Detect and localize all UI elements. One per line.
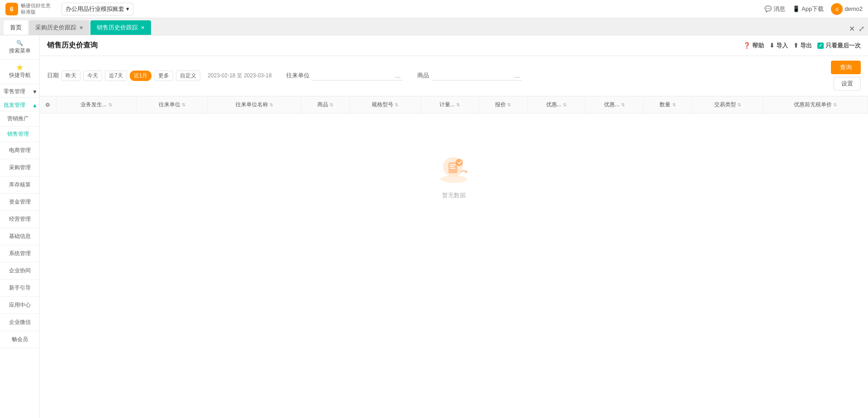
filter-bar: 日期 昨天 今天 近7天 近1月 更多 自定义 2023-02-18 至 202… <box>40 56 868 96</box>
username-label: demo2 <box>844 5 863 12</box>
sidebar-item-ecommerce[interactable]: 电商管理 <box>0 142 39 159</box>
date-filter-group: 日期 昨天 今天 近7天 近1月 更多 自定义 <box>47 71 200 81</box>
partner-input[interactable] <box>312 71 403 81</box>
app-download-btn[interactable]: 📱 App下载 <box>793 5 824 13</box>
product-input-wrap: ... <box>432 71 522 81</box>
checkbox-label: 只看最后一次 <box>826 42 861 50</box>
page-title-actions: ❓ 帮助 ⬇ 导入 ⬆ 导出 ✓ 只看最后一次 <box>743 42 861 50</box>
sidebar-item-app-center[interactable]: 应用中心 <box>0 297 39 314</box>
tab-expand-btn[interactable]: ⤢ <box>859 24 864 33</box>
sidebar-shortcut-label: 快捷导航 <box>9 71 31 79</box>
export-label: 导出 <box>800 42 812 50</box>
sidebar-item-wholesale[interactable]: 批发管理 ▲ <box>0 98 39 111</box>
product-input-dots[interactable]: ... <box>514 71 520 80</box>
sidebar-item-shortcut[interactable]: ⭐ 快捷导航 <box>0 60 39 84</box>
col-date[interactable]: 业务发生... ⇅ <box>56 96 137 114</box>
sidebar-item-retail[interactable]: 零售管理 ▼ <box>0 84 39 98</box>
col-price[interactable]: 报价 ⇅ <box>479 96 528 114</box>
date-1month-btn[interactable]: 近1月 <box>130 71 152 81</box>
sidebar-item-inventory[interactable]: 库存核算 <box>0 176 39 194</box>
col-partner-code[interactable]: 往来单位 ⇅ <box>137 96 208 114</box>
sort-icon-product: ⇅ <box>330 102 333 107</box>
sort-icon-unit: ⇅ <box>456 102 460 107</box>
date-custom-btn[interactable]: 自定义 <box>176 71 200 81</box>
shortcut-icon: ⭐ <box>16 64 23 71</box>
sidebar-marketing-label: 营销推广 <box>7 115 29 122</box>
partner-label: 往来单位 <box>286 71 310 80</box>
col-trade-type[interactable]: 交易类型 ⇅ <box>692 96 763 114</box>
sidebar-item-marketing[interactable]: 营销推广 <box>0 111 39 127</box>
col-spec-label: 规格型号 <box>372 101 393 108</box>
col-spec[interactable]: 规格型号 ⇅ <box>349 96 420 114</box>
sidebar-item-member[interactable]: 畅会员 <box>0 331 39 348</box>
sidebar-system-label: 系统管理 <box>9 250 31 257</box>
date-7days-btn[interactable]: 近7天 <box>105 71 127 81</box>
col-product[interactable]: 商品 ⇅ <box>301 96 349 114</box>
col-discount2-label: 优惠... <box>604 101 619 108</box>
col-qty-label: 数量 <box>660 101 670 108</box>
import-icon: ⬇ <box>769 42 774 49</box>
message-btn[interactable]: 💬 消息 <box>764 5 785 13</box>
col-discount2[interactable]: 优惠... ⇅ <box>585 96 643 114</box>
sidebar-item-system[interactable]: 系统管理 <box>0 245 39 262</box>
sidebar-item-newbie[interactable]: 新手引导 <box>0 280 39 297</box>
product-input[interactable] <box>432 71 522 81</box>
sidebar-retail-label: 零售管理 <box>4 88 25 95</box>
user-menu[interactable]: d demo2 <box>831 3 863 15</box>
date-yesterday-btn[interactable]: 昨天 <box>61 71 80 81</box>
col-unit[interactable]: 计量... ⇅ <box>420 96 478 114</box>
product-label: 商品 <box>417 71 429 80</box>
svg-rect-4 <box>450 166 454 167</box>
col-date-label: 业务发生... <box>80 101 107 108</box>
partner-input-dots[interactable]: ... <box>395 71 401 80</box>
sidebar-item-wechat[interactable]: 企业微信 <box>0 314 39 331</box>
query-button[interactable]: 查询 <box>831 61 861 74</box>
col-qty[interactable]: 数量 ⇅ <box>643 96 692 114</box>
table-settings-col[interactable]: ⚙ <box>40 96 56 114</box>
sidebar-wechat-label: 企业微信 <box>9 318 31 326</box>
help-btn[interactable]: ❓ 帮助 <box>743 42 764 50</box>
export-btn[interactable]: ⬆ 导出 <box>793 42 812 50</box>
sidebar-item-operation[interactable]: 经营管理 <box>0 211 39 228</box>
col-pretax-price[interactable]: 优惠前无税单价 ⇅ <box>763 96 868 114</box>
col-partner-name[interactable]: 往来单位名称 ⇅ <box>208 96 301 114</box>
tab-home[interactable]: 首页 <box>4 20 28 35</box>
help-label: 帮助 <box>752 42 764 50</box>
tab-close-all-btn[interactable]: ✕ <box>849 24 855 33</box>
tab-sales[interactable]: 销售历史价跟踪 ✕ <box>90 20 151 35</box>
avatar: d <box>831 3 843 15</box>
col-price-label: 报价 <box>495 101 506 108</box>
topbar: 6 畅捷信好生意 标准版 办公用品行业模拟账套 ▾ 💬 消息 📱 App下载 d… <box>0 0 868 18</box>
sidebar: 🔍 搜索菜单 ⭐ 快捷导航 零售管理 ▼ 批发管理 ▲ 营销推广 销售管理 电商… <box>0 35 40 418</box>
tab-purchase[interactable]: 采购历史价跟踪 ✕ <box>29 20 90 35</box>
logo-icon: 6 <box>5 3 18 15</box>
sidebar-item-finance[interactable]: 资金管理 <box>0 194 39 211</box>
date-range-display: 2023-02-18 至 2023-03-18 <box>208 72 271 80</box>
tab-sales-close[interactable]: ✕ <box>141 25 145 31</box>
import-btn[interactable]: ⬇ 导入 <box>769 42 788 50</box>
date-today-btn[interactable]: 今天 <box>83 71 102 81</box>
col-discount1[interactable]: 优惠... ⇅ <box>528 96 585 114</box>
svg-point-6 <box>456 159 463 166</box>
sort-icon-partner-code: ⇅ <box>182 102 185 107</box>
sidebar-item-search[interactable]: 🔍 搜索菜单 <box>0 35 39 60</box>
checkbox-check-icon: ✓ <box>817 43 824 49</box>
date-more-btn[interactable]: 更多 <box>154 71 173 81</box>
sidebar-item-sales-mgmt[interactable]: 销售管理 <box>0 127 39 142</box>
sidebar-item-purchase[interactable]: 采购管理 <box>0 159 39 176</box>
tabbar: 首页 采购历史价跟踪 ✕ 销售历史价跟踪 ✕ ✕ ⤢ <box>0 18 868 35</box>
sidebar-purchase-label: 采购管理 <box>9 164 31 171</box>
sort-icon-trade-type: ⇅ <box>737 102 741 107</box>
table-header: ⚙ 业务发生... ⇅ 往来单位 ⇅ 往来单位名称 ⇅ <box>40 96 868 114</box>
col-partner-code-label: 往来单位 <box>159 101 180 108</box>
last-only-checkbox[interactable]: ✓ 只看最后一次 <box>817 42 861 50</box>
sidebar-item-basic-info[interactable]: 基础信息 <box>0 228 39 245</box>
sidebar-item-corp-collab[interactable]: 企业协同 <box>0 262 39 280</box>
chevron-down-icon-retail: ▼ <box>32 89 38 95</box>
tab-purchase-close[interactable]: ✕ <box>79 25 83 31</box>
sort-icon-spec: ⇅ <box>395 102 398 107</box>
app-dropdown[interactable]: 办公用品行业模拟账套 ▾ <box>61 3 133 15</box>
sidebar-newbie-label: 新手引导 <box>9 284 31 292</box>
sidebar-corp-collab-label: 企业协同 <box>9 267 31 275</box>
setting-button[interactable]: 设置 <box>834 77 861 90</box>
